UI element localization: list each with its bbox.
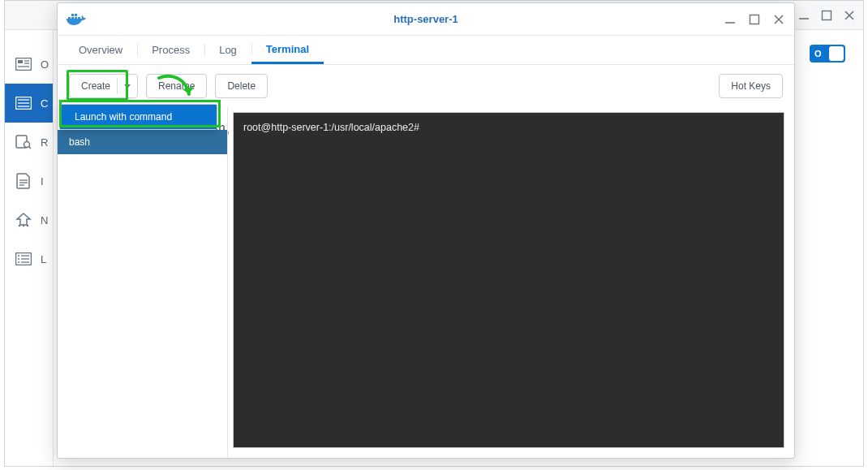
- action-bar: Create Rename Delete Hot Keys: [58, 65, 794, 107]
- tab-overview-label: Overview: [79, 44, 122, 56]
- toggle-knob: [829, 46, 844, 61]
- bg-sidebar-label-0: O: [41, 58, 49, 71]
- bg-sidebar-label-5: L: [41, 253, 46, 265]
- doc-lines-icon: [15, 173, 32, 189]
- window-title: http-server-1: [58, 13, 794, 25]
- maximize-icon[interactable]: [749, 14, 760, 25]
- tab-terminal-label: Terminal: [266, 43, 309, 55]
- card-icon: [15, 56, 32, 72]
- tab-log-label: Log: [219, 44, 237, 56]
- chevron-down-icon[interactable]: [124, 84, 131, 88]
- bg-sidebar-item-4[interactable]: N: [5, 201, 53, 239]
- bg-close-icon[interactable]: [844, 10, 855, 21]
- delete-button-label: Delete: [227, 80, 256, 92]
- hotkeys-button-label: Hot Keys: [731, 80, 771, 92]
- bg-sidebar-item-3[interactable]: I: [5, 162, 53, 201]
- container-titlebar[interactable]: http-server-1: [58, 3, 794, 36]
- svg-rect-33: [71, 14, 74, 16]
- content-area: Launch with command bash root@http-serve…: [58, 107, 794, 458]
- terminal-list-item-label: bash: [69, 136, 90, 148]
- bg-sidebar-item-5[interactable]: L: [5, 239, 53, 278]
- tab-process-label: Process: [152, 44, 190, 56]
- svg-rect-37: [750, 15, 759, 24]
- docker-whale-icon: [66, 11, 87, 28]
- bg-sidebar-label-2: R: [41, 136, 48, 149]
- rename-button[interactable]: Rename: [146, 74, 207, 98]
- create-dropdown: Launch with command: [59, 104, 217, 130]
- tab-log[interactable]: Log: [204, 36, 251, 64]
- split-divider: [117, 78, 118, 94]
- tab-overview[interactable]: Overview: [64, 36, 137, 64]
- network-icon: [15, 212, 32, 228]
- svg-rect-34: [75, 14, 77, 16]
- create-button-label: Create: [81, 80, 110, 92]
- terminal-output[interactable]: root@http-server-1:/usr/local/apache2#: [233, 112, 784, 448]
- search-doc-icon: [15, 134, 32, 150]
- svg-line-15: [29, 147, 32, 149]
- bg-maximize-icon[interactable]: [821, 10, 832, 21]
- container-window: http-server-1 Overview Process Log Termi…: [57, 2, 795, 459]
- tab-bar: Overview Process Log Terminal: [58, 36, 794, 65]
- terminal-list-item-bash[interactable]: bash: [58, 130, 227, 154]
- svg-point-26: [18, 258, 19, 260]
- background-sidebar: O C R I N: [5, 30, 54, 466]
- close-icon[interactable]: [773, 14, 784, 25]
- svg-point-21: [23, 225, 24, 226]
- svg-rect-5: [18, 60, 23, 63]
- svg-point-22: [27, 225, 28, 226]
- delete-button[interactable]: Delete: [215, 74, 268, 98]
- bg-sidebar-label-3: I: [41, 175, 44, 188]
- bg-sidebar-item-1[interactable]: C: [5, 84, 53, 123]
- svg-point-28: [18, 261, 19, 263]
- bg-sidebar-item-0[interactable]: O: [5, 45, 53, 84]
- svg-rect-4: [16, 58, 32, 71]
- menu-item-launch-with-command[interactable]: Launch with command: [60, 105, 217, 129]
- bg-sidebar-label-4: N: [41, 214, 48, 226]
- rename-button-label: Rename: [158, 80, 195, 92]
- terminal-pane: root@http-server-1:/usr/local/apache2#: [228, 107, 794, 458]
- bg-minimize-icon[interactable]: [798, 10, 810, 21]
- bg-sidebar-item-2[interactable]: R: [5, 123, 53, 162]
- minimize-icon[interactable]: [724, 14, 736, 25]
- bg-running-toggle[interactable]: O: [810, 45, 845, 63]
- terminal-list-panel: Launch with command bash: [58, 107, 228, 458]
- tab-terminal[interactable]: Terminal: [251, 36, 324, 64]
- hotkeys-button[interactable]: Hot Keys: [719, 74, 783, 98]
- terminal-prompt: root@http-server-1:/usr/local/apache2#: [243, 122, 419, 133]
- log-icon: [15, 251, 32, 267]
- svg-point-14: [24, 142, 30, 148]
- create-button[interactable]: Create: [69, 74, 138, 98]
- svg-marker-19: [17, 213, 30, 225]
- svg-point-24: [18, 255, 19, 257]
- bg-sidebar-label-1: C: [41, 97, 48, 110]
- svg-point-20: [19, 225, 20, 226]
- list-icon: [15, 95, 32, 111]
- bg-toggle-label: O: [814, 49, 822, 58]
- tab-process[interactable]: Process: [137, 36, 204, 64]
- menu-item-label: Launch with command: [75, 111, 172, 123]
- svg-rect-1: [823, 11, 831, 20]
